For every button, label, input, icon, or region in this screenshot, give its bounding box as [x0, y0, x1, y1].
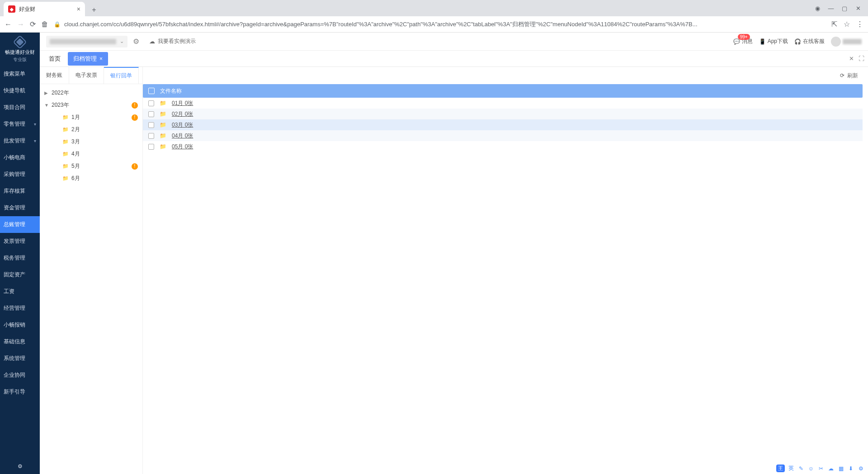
tree-node[interactable]: 📁1月! — [42, 111, 141, 123]
gear-icon[interactable]: ⚙ — [133, 37, 139, 46]
incognito-icon[interactable]: ◉ — [811, 2, 824, 14]
sidebar-item[interactable]: 固定资产 — [0, 266, 40, 283]
tab-close-icon[interactable]: × — [99, 56, 103, 62]
tb-icon-5[interactable]: ▦ — [837, 465, 844, 472]
tb-icon-6[interactable]: ⬇ — [847, 465, 854, 472]
table-row[interactable]: 📁02月 0张 — [143, 109, 863, 119]
sidebar-item-label: 固定资产 — [4, 271, 25, 279]
demo-link[interactable]: ☁ 我要看实例演示 — [149, 38, 196, 45]
browser-tab[interactable]: ◆ 好业财 × — [4, 2, 85, 16]
sidebar-item[interactable]: 采购管理 — [0, 166, 40, 183]
sidebar-item-label: 批发管理 — [4, 137, 25, 145]
subtab-bankreceipt[interactable]: 银行回单 — [104, 67, 139, 84]
messages-button[interactable]: 💬 消息 99+ — [733, 38, 753, 45]
forward-icon[interactable]: → — [17, 20, 24, 28]
file-name[interactable]: 01月 0张 — [172, 100, 193, 107]
tree-node[interactable]: 📁2月 — [42, 123, 141, 136]
tb-icon-2[interactable]: ☺ — [807, 465, 815, 472]
folder-icon: 📁 — [62, 151, 69, 157]
tabs-close-all-icon[interactable]: ✕ — [849, 55, 854, 62]
ime-badge[interactable]: 王 — [776, 465, 785, 472]
trash-icon[interactable]: 🗑 — [41, 20, 48, 28]
row-checkbox[interactable] — [148, 144, 154, 150]
row-checkbox[interactable] — [148, 100, 154, 106]
sidebar-item[interactable]: 工资 — [0, 283, 40, 300]
refresh-icon[interactable]: ⟳ — [840, 72, 844, 79]
company-selector[interactable]: ⌄ — [46, 36, 127, 47]
sidebar-item[interactable]: 搜索菜单 — [0, 66, 40, 82]
reload-icon[interactable]: ⟳ — [30, 20, 36, 28]
user-area[interactable] — [831, 37, 862, 47]
url-box[interactable]: 🔒 cloud.chanjet.com/cc/u6d89qwnryel/57bf… — [54, 20, 826, 28]
sidebar-item[interactable]: 基础信息 — [0, 333, 40, 350]
tb-icon-3[interactable]: ✂ — [817, 465, 825, 472]
favicon-icon: ◆ — [8, 5, 15, 13]
online-service-button[interactable]: 🎧 在线客服 — [794, 38, 825, 45]
new-tab-button[interactable]: + — [88, 4, 100, 16]
tb-icon-4[interactable]: ☁ — [827, 465, 835, 472]
sidebar-item[interactable]: 企业协同 — [0, 367, 40, 384]
app-download-button[interactable]: 📱 App下载 — [759, 38, 788, 45]
table-row[interactable]: 📁05月 0张 — [143, 141, 863, 152]
row-checkbox[interactable] — [148, 111, 154, 117]
tree-node[interactable]: 📁6月 — [42, 172, 141, 185]
sidebar-item[interactable]: 批发管理▾ — [0, 133, 40, 149]
star-icon[interactable]: ☆ — [844, 20, 850, 28]
row-checkbox[interactable] — [148, 133, 154, 139]
tab-home[interactable]: 首页 — [43, 52, 66, 66]
install-icon[interactable]: ⇱ — [831, 20, 837, 28]
table-row[interactable]: 📁01月 0张 — [143, 98, 863, 109]
close-window-icon[interactable]: ✕ — [852, 2, 864, 14]
sidebar-item[interactable]: 资金管理 — [0, 199, 40, 216]
sidebar-item[interactable]: 系统管理 — [0, 350, 40, 367]
demo-text: 我要看实例演示 — [158, 38, 196, 45]
warning-icon: ! — [132, 163, 138, 170]
tab-archive[interactable]: 归档管理 × — [68, 52, 108, 66]
sidebar-item-label: 零售管理 — [4, 120, 25, 128]
top-bar: ⌄ ⚙ ☁ 我要看实例演示 💬 消息 99+ 📱 App下载 🎧 — [40, 33, 868, 51]
sidebar-item[interactable]: 经营管理 — [0, 300, 40, 317]
sidebar-item[interactable]: 小畅报销 — [0, 317, 40, 333]
table-row[interactable]: 📁03月 0张 — [143, 119, 863, 130]
sidebar-item[interactable]: 小畅电商 — [0, 149, 40, 166]
file-name[interactable]: 02月 0张 — [172, 110, 193, 118]
back-icon[interactable]: ← — [5, 20, 12, 28]
tb-icon-7[interactable]: ⚙ — [857, 465, 864, 472]
row-checkbox[interactable] — [148, 122, 154, 128]
table-row[interactable]: 📁04月 0张 — [143, 130, 863, 141]
sidebar-item[interactable]: 总账管理 — [0, 216, 40, 233]
file-name[interactable]: 03月 0张 — [172, 121, 193, 129]
subtab-finance[interactable]: 财务账 — [40, 67, 69, 84]
sidebar-item[interactable]: 新手引导 — [0, 384, 40, 400]
file-name[interactable]: 05月 0张 — [172, 143, 193, 151]
headset-icon: 🎧 — [794, 38, 801, 45]
sidebar-item-label: 采购管理 — [4, 171, 25, 178]
sidebar-item[interactable]: 快捷导航 — [0, 82, 40, 99]
folder-icon: 📁 — [62, 175, 69, 181]
sidebar-item-label: 小畅电商 — [4, 154, 25, 161]
tree-node[interactable]: 📁3月 — [42, 136, 141, 148]
sidebar-item[interactable]: 发票管理 — [0, 233, 40, 250]
tree-node[interactable]: 📁4月 — [42, 148, 141, 160]
tb-icon-1[interactable]: ✎ — [797, 465, 805, 472]
tree-node[interactable]: ▼2023年! — [42, 99, 141, 111]
file-name[interactable]: 04月 0张 — [172, 132, 193, 140]
tree-node[interactable]: 📁5月! — [42, 160, 141, 172]
sidebar-item[interactable]: 库存核算 — [0, 183, 40, 199]
refresh-label[interactable]: 刷新 — [847, 72, 858, 80]
ime-lang[interactable]: 英 — [788, 465, 795, 472]
settings-button[interactable]: ⚙ — [0, 459, 40, 474]
maximize-icon[interactable]: ▢ — [838, 2, 851, 14]
subtab-einvoice[interactable]: 电子发票 — [69, 67, 104, 84]
sidebar-item[interactable]: 税务管理 — [0, 250, 40, 266]
tree-node[interactable]: ▶2022年 — [42, 87, 141, 99]
minimize-icon[interactable]: — — [825, 2, 837, 14]
fullscreen-icon[interactable]: ⛶ — [859, 55, 864, 62]
sidebar-item[interactable]: 项目合同 — [0, 99, 40, 116]
kebab-icon[interactable]: ⋮ — [856, 20, 863, 28]
select-all-checkbox[interactable] — [148, 88, 155, 94]
sidebar-item-label: 系统管理 — [4, 355, 25, 362]
sidebar-item[interactable]: 零售管理▾ — [0, 116, 40, 133]
tab-close-icon[interactable]: × — [77, 5, 80, 13]
sidebar: 畅捷通好业财 专业版 搜索菜单快捷导航项目合同零售管理▾批发管理▾小畅电商采购管… — [0, 33, 40, 474]
